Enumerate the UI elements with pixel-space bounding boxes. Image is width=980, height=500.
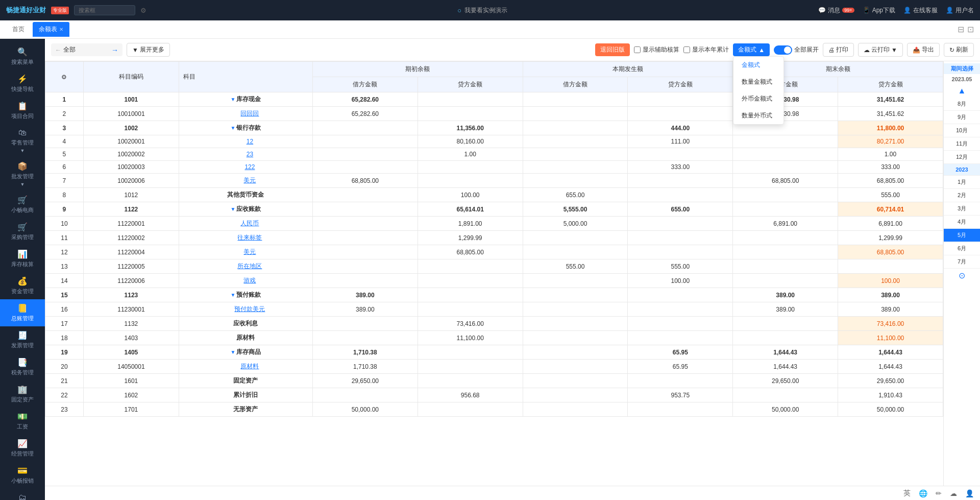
- sidebar-item-basic[interactable]: 🗂 基础信息: [0, 489, 45, 500]
- sidebar-item-project[interactable]: 📋 项目合同: [0, 97, 45, 124]
- sidebar-item-fixedasset[interactable]: 🏢 固定资产: [0, 380, 45, 408]
- account-name-link[interactable]: 回回回: [240, 110, 259, 117]
- search-icon: 🔍: [17, 47, 28, 57]
- table-row: 6 10020003 122 333.00 333.00: [45, 161, 943, 174]
- sidebar-item-wholesale[interactable]: 📦 批发管理 ▼: [0, 157, 45, 191]
- cell-name: 应收利息: [179, 317, 312, 331]
- export-btn[interactable]: 📤 导出: [907, 43, 940, 57]
- sidebar-item-ecommerce[interactable]: 🛒 小畅电商: [0, 191, 45, 218]
- sidebar-item-retail[interactable]: 🛍 零售管理 ▼: [0, 124, 45, 157]
- period-jan[interactable]: 1月: [944, 176, 980, 189]
- expand-icon[interactable]: ▼: [231, 125, 236, 131]
- app-download-btn[interactable]: 📱 App下载: [863, 6, 895, 15]
- sidebar-item-finance[interactable]: 💰 资金管理: [0, 272, 45, 299]
- period-down-nav[interactable]: ⊙: [957, 269, 967, 282]
- status-icon-user[interactable]: 👤: [965, 489, 974, 497]
- sidebar-item-tax[interactable]: 📑 税务管理: [0, 353, 45, 380]
- format-option-foreign-amount[interactable]: 外币金额式: [733, 90, 783, 107]
- tab-maximize-icon[interactable]: ⊡: [967, 25, 974, 34]
- show-aux-label: 显示辅助核算: [643, 45, 679, 54]
- th-settings[interactable]: ⚙: [45, 62, 84, 92]
- refresh-icon: ↻: [949, 46, 954, 54]
- period-oct[interactable]: 10月: [944, 124, 980, 137]
- status-icon-edit[interactable]: ✏: [936, 489, 942, 497]
- tab-balance[interactable]: 余额表 ✕: [33, 22, 69, 37]
- ytd-checkbox-input[interactable]: [683, 46, 690, 53]
- table-wrapper[interactable]: ⚙ 科目编码 科目 期初余额 本期发生额 期末余额 借方金额 贷方金额 借方金额…: [45, 61, 943, 486]
- title-bar-search[interactable]: [74, 5, 135, 15]
- title-search-input[interactable]: [74, 5, 135, 15]
- tab-close-icon[interactable]: ✕: [59, 27, 63, 32]
- account-name-link[interactable]: 12: [247, 138, 253, 145]
- sidebar-item-operations[interactable]: 📈 经营管理: [0, 435, 45, 462]
- tab-home[interactable]: 首页: [6, 22, 31, 37]
- status-icon-cloud[interactable]: ☁: [950, 489, 957, 497]
- sidebar-item-invoice[interactable]: 🧾 发票管理: [0, 326, 45, 353]
- account-name-link[interactable]: 往来标签: [237, 234, 262, 241]
- period-may[interactable]: 5月: [944, 229, 980, 242]
- demo-link[interactable]: 我要看实例演示: [464, 6, 507, 15]
- format-option-qty-foreign[interactable]: 数量外币式: [733, 107, 783, 124]
- account-name-link[interactable]: 预付款美元: [234, 305, 265, 313]
- settings-icon[interactable]: ⚙: [140, 7, 146, 14]
- sidebar-item-quicknav[interactable]: ⚡ 快捷导航: [0, 70, 45, 97]
- format-dropdown-btn[interactable]: 金额式 ▲: [733, 43, 770, 56]
- cell-name: 人民币: [179, 217, 312, 231]
- period-mar[interactable]: 3月: [944, 202, 980, 216]
- expand-more-btn[interactable]: ▼ 展开更多: [127, 43, 170, 57]
- period-dec[interactable]: 12月: [944, 151, 980, 164]
- sidebar-item-salary[interactable]: 💵 工资: [0, 408, 45, 435]
- account-name-link[interactable]: 所在地区: [237, 263, 262, 270]
- period-2023[interactable]: 2023: [944, 164, 980, 176]
- sidebar-item-purchase[interactable]: 🛒 采购管理: [0, 218, 45, 245]
- export-icon: 📤: [913, 46, 920, 54]
- expand-all-switch[interactable]: 全部展开: [774, 45, 819, 55]
- expand-icon[interactable]: ▼: [231, 292, 236, 298]
- sidebar-item-accounting[interactable]: 📒 总账管理: [0, 299, 45, 326]
- expand-toggle[interactable]: [774, 45, 792, 55]
- period-feb[interactable]: 2月: [944, 189, 980, 202]
- account-name-link[interactable]: 122: [244, 163, 255, 171]
- sidebar-item-inventory[interactable]: 📊 库存核算: [0, 245, 45, 272]
- account-name-link[interactable]: 23: [247, 151, 253, 158]
- period-jul[interactable]: 7月: [944, 255, 980, 269]
- sidebar-item-sales[interactable]: 💳 小畅报销: [0, 462, 45, 489]
- show-ytd-checkbox[interactable]: 显示本年累计: [683, 45, 729, 54]
- expand-icon[interactable]: ▼: [231, 97, 236, 102]
- sidebar-item-search[interactable]: 🔍 搜索菜单: [0, 43, 45, 70]
- period-nov[interactable]: 11月: [944, 137, 980, 151]
- online-service-btn[interactable]: 👤 在线客服: [903, 6, 938, 15]
- period-aug[interactable]: 8月: [944, 98, 980, 111]
- account-name-link[interactable]: 人民币: [240, 220, 259, 227]
- search-box[interactable]: ← 全部 →: [51, 43, 122, 56]
- tab-minimize-icon[interactable]: ⊟: [958, 25, 964, 34]
- search-back-icon[interactable]: ←: [55, 46, 61, 54]
- account-name-link[interactable]: 美元: [243, 248, 256, 255]
- search-forward-icon[interactable]: →: [111, 46, 118, 54]
- format-option-amount[interactable]: 金额式: [733, 57, 783, 74]
- return-old-btn[interactable]: 退回旧版: [595, 43, 630, 56]
- message-btn[interactable]: 💬 消息 99+: [818, 6, 854, 15]
- format-option-qty-amount[interactable]: 数量金额式: [733, 74, 783, 90]
- status-icon-lang[interactable]: 英: [903, 489, 911, 498]
- aux-checkbox-input[interactable]: [634, 46, 641, 53]
- period-up-nav[interactable]: ▲: [956, 84, 968, 98]
- account-name-group: 原材料: [236, 334, 255, 341]
- cell-name: 美元: [179, 174, 312, 188]
- period-sep[interactable]: 9月: [944, 111, 980, 124]
- show-aux-checkbox[interactable]: 显示辅助核算: [634, 45, 679, 54]
- refresh-btn[interactable]: ↻ 刷新: [944, 43, 974, 57]
- expand-icon[interactable]: ▼: [231, 349, 236, 355]
- expand-icon[interactable]: ▼: [231, 206, 236, 212]
- period-apr[interactable]: 4月: [944, 216, 980, 229]
- cloud-print-btn[interactable]: ☁ 云打印 ▼: [858, 43, 903, 57]
- account-name-link[interactable]: 游戏: [243, 277, 256, 284]
- account-name-link[interactable]: 原材料: [240, 363, 259, 370]
- cell-no: 8: [45, 188, 84, 202]
- top-bar-center: ○ 我要看实例演示: [457, 6, 507, 15]
- print-btn[interactable]: 🖨 打印: [823, 43, 854, 57]
- account-name-link[interactable]: 美元: [243, 177, 256, 184]
- period-jun[interactable]: 6月: [944, 242, 980, 255]
- user-avatar[interactable]: 👤 用户名: [946, 6, 974, 15]
- status-icon-web[interactable]: 🌐: [919, 489, 927, 497]
